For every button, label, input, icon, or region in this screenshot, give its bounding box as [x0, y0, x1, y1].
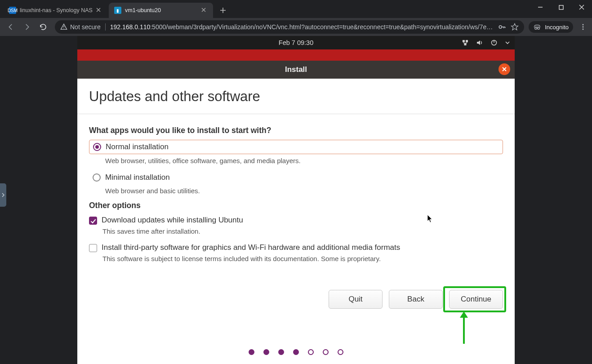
window-controls — [530, 0, 592, 18]
tab-title: vm1-ubuntu20 — [125, 7, 198, 13]
annotation-arrow — [463, 317, 465, 344]
progress-dot — [308, 349, 314, 355]
svg-point-4 — [538, 27, 540, 30]
radio-label: Minimal installation — [105, 173, 170, 182]
option-description: Web browser, utilities, office software,… — [105, 157, 503, 164]
address-bar[interactable]: Not secure 192.168.0.110:5000/webman/3rd… — [55, 20, 524, 34]
nav-reload-button[interactable] — [36, 20, 50, 34]
tab-vm1-ubuntu20[interactable]: ▮ vm1-ubuntu20 — [109, 3, 213, 18]
progress-dot — [263, 349, 269, 355]
novnc-panel-handle[interactable] — [0, 183, 6, 207]
checkbox-icon — [89, 217, 97, 225]
checkbox-description: This software is subject to license term… — [102, 255, 503, 262]
volume-icon — [476, 39, 483, 46]
other-options-heading: Other options — [89, 201, 503, 210]
nav-forward-button[interactable] — [20, 20, 34, 34]
installer-body: Updates and other software What apps wou… — [77, 79, 515, 364]
vm-viewport: Feb 7 09:30 Install Updates and other so… — [77, 36, 515, 364]
password-key-icon[interactable] — [498, 23, 506, 31]
checkbox-label: Install third-party software for graphic… — [102, 243, 400, 252]
browser-tabstrip: DSM linuxhint-nas - Synology NAS ▮ vm1-u… — [0, 0, 592, 18]
progress-dot — [293, 349, 299, 355]
window-maximize-button[interactable] — [551, 0, 571, 14]
checkbox-icon — [89, 244, 97, 252]
window-close-button[interactable] — [499, 63, 510, 75]
incognito-label: Incognito — [545, 24, 569, 31]
svg-rect-9 — [466, 40, 468, 42]
quit-button[interactable]: Quit — [329, 290, 383, 309]
progress-dot — [278, 349, 284, 355]
svg-rect-10 — [464, 43, 467, 45]
window-close-button[interactable] — [571, 0, 592, 14]
favicon-dsm-icon: DSM — [9, 7, 16, 14]
radio-normal-installation[interactable]: Normal installation — [89, 140, 503, 154]
radio-minimal-installation[interactable]: Minimal installation — [89, 171, 503, 184]
security-label: Not secure — [70, 23, 101, 31]
checkbox-download-updates[interactable]: Download updates while installing Ubuntu — [89, 216, 503, 225]
power-icon — [490, 39, 498, 46]
progress-dot — [323, 349, 329, 355]
clock[interactable]: Feb 7 09:30 — [279, 39, 313, 46]
installer-titlebar: Install — [77, 61, 515, 79]
radio-icon — [93, 143, 101, 151]
button-row: Quit Back Continue — [329, 290, 503, 309]
continue-button[interactable]: Continue — [449, 290, 503, 309]
chevron-down-icon — [505, 40, 510, 45]
close-icon[interactable] — [201, 7, 208, 13]
chrome-menu-icon[interactable] — [579, 23, 587, 31]
checkbox-label: Download updates while installing Ubuntu — [102, 216, 243, 225]
gnome-top-bar: Feb 7 09:30 — [77, 36, 515, 49]
close-icon[interactable] — [96, 7, 102, 13]
svg-point-2 — [499, 26, 502, 28]
radio-icon — [93, 173, 101, 182]
svg-point-6 — [583, 27, 584, 28]
incognito-indicator[interactable]: Incognito — [529, 21, 573, 33]
progress-dot — [338, 349, 343, 355]
checkbox-third-party[interactable]: Install third-party software for graphic… — [89, 243, 503, 252]
back-button[interactable]: Back — [389, 290, 443, 309]
svg-rect-0 — [559, 5, 563, 9]
progress-dots — [77, 349, 515, 355]
svg-point-1 — [63, 28, 64, 28]
checkbox-description: This saves time after installation. — [102, 227, 503, 235]
site-security-button[interactable]: Not secure — [60, 23, 101, 31]
svg-point-5 — [583, 24, 584, 26]
option-description: Web browser and basic utilities. — [105, 187, 503, 195]
divider — [105, 23, 106, 31]
tab-synology[interactable]: DSM linuxhint-nas - Synology NAS — [4, 3, 108, 18]
question-heading: What apps would you like to install to s… — [89, 126, 503, 135]
window-minimize-button[interactable] — [530, 0, 551, 14]
incognito-icon — [533, 23, 541, 31]
network-icon — [462, 39, 469, 46]
radio-label: Normal installation — [106, 142, 169, 151]
tab-title: linuxhint-nas - Synology NAS — [20, 7, 93, 13]
svg-rect-8 — [463, 40, 465, 42]
bookmark-star-icon[interactable] — [511, 23, 519, 31]
nav-back-button[interactable] — [4, 20, 18, 34]
url-text: 192.168.0.110:5000/webman/3rdparty/Virtu… — [110, 23, 494, 31]
new-tab-button[interactable] — [217, 4, 229, 17]
window-title: Install — [285, 65, 307, 74]
divider — [77, 114, 515, 114]
toolbar-right: Incognito — [529, 21, 588, 33]
progress-dot — [249, 349, 254, 355]
desktop-background-strip — [77, 49, 515, 61]
system-status-area[interactable] — [462, 36, 510, 49]
favicon-vm-icon: ▮ — [114, 7, 121, 14]
svg-point-3 — [535, 27, 537, 30]
svg-point-7 — [583, 29, 584, 30]
page-title: Updates and other software — [89, 89, 503, 105]
browser-toolbar: Not secure 192.168.0.110:5000/webman/3rd… — [0, 18, 592, 36]
